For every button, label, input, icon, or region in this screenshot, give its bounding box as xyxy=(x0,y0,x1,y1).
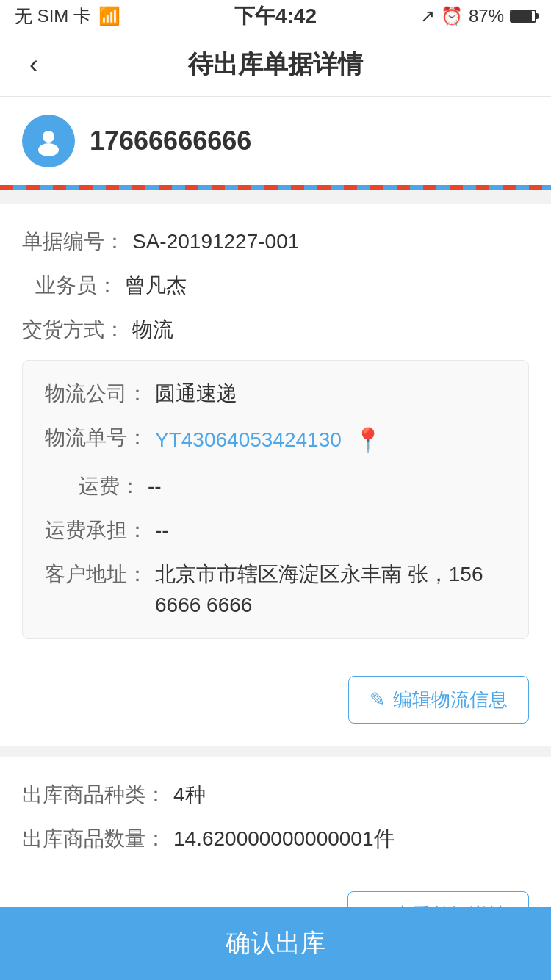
gray-separator-1 xyxy=(0,746,551,757)
avatar-person-icon xyxy=(34,126,63,156)
quantity-label: 出库商品数量： xyxy=(22,824,173,854)
status-bar-left: 无 SIM 卡 📶 xyxy=(15,4,120,28)
edit-logistics-button[interactable]: ✎ 编辑物流信息 xyxy=(348,676,529,724)
alarm-icon: ⏰ xyxy=(441,6,463,26)
address-label: 客户地址： xyxy=(45,559,155,590)
status-bar: 无 SIM 卡 📶 下午4:42 ↗ ⏰ 87% xyxy=(0,0,551,32)
tracking-location-icon[interactable]: 📍 xyxy=(353,422,383,458)
address-row: 客户地址： 北京市市辖区海淀区永丰南 张，156 6666 6666 xyxy=(45,559,506,621)
tracking-number-value: YT43064053424130 📍 xyxy=(155,422,506,458)
order-number-label: 单据编号： xyxy=(22,226,132,257)
freight-bearer-label: 运费承担： xyxy=(45,515,155,546)
delivery-value: 物流 xyxy=(132,314,529,345)
customer-phone: 17666666666 xyxy=(90,126,251,156)
logistics-company-label: 物流公司： xyxy=(45,378,155,409)
page-title: 待出库单据详情 xyxy=(188,48,363,82)
status-bar-right: ↗ ⏰ 87% xyxy=(420,6,536,26)
category-value: 4种 xyxy=(173,779,529,810)
back-button[interactable]: ‹ xyxy=(22,42,46,87)
location-status-icon: ↗ xyxy=(420,6,435,26)
confirm-outbound-button[interactable]: 确认出库 xyxy=(226,926,325,960)
address-value: 北京市市辖区海淀区永丰南 张，156 6666 6666 xyxy=(155,559,506,621)
svg-point-0 xyxy=(43,131,54,143)
freight-label: 运费： xyxy=(45,471,148,502)
logistics-company-row: 物流公司： 圆通速递 xyxy=(45,378,506,409)
status-bar-time: 下午4:42 xyxy=(234,2,317,30)
freight-row: 运费： -- xyxy=(45,471,506,502)
outbound-info-section: 出库商品种类： 4种 出库商品数量： 14.620000000000001件 xyxy=(0,757,551,876)
svg-point-1 xyxy=(38,143,59,156)
battery-percent: 87% xyxy=(469,6,504,26)
delivery-label: 交货方式： xyxy=(22,314,132,345)
salesman-value: 曾凡杰 xyxy=(125,270,529,301)
delivery-row: 交货方式： 物流 xyxy=(22,314,529,345)
wifi-icon: 📶 xyxy=(98,6,120,26)
salesman-label: 业务员： xyxy=(22,270,125,301)
order-number-value: SA-20191227-001 xyxy=(132,226,529,257)
category-row: 出库商品种类： 4种 xyxy=(22,779,529,810)
freight-bearer-value: -- xyxy=(155,515,506,546)
freight-value: -- xyxy=(148,471,506,502)
freight-bearer-row: 运费承担： -- xyxy=(45,515,506,546)
battery-icon xyxy=(510,10,536,23)
nav-bar: ‹ 待出库单据详情 xyxy=(0,32,551,97)
logistics-company-value: 圆通速递 xyxy=(155,378,506,409)
tracking-number-row: 物流单号： YT43064053424130 📍 xyxy=(45,422,506,458)
order-number-row: 单据编号： SA-20191227-001 xyxy=(22,226,529,257)
edit-logistics-area: ✎ 编辑物流信息 xyxy=(0,661,551,746)
confirm-outbound-area[interactable]: 确认出库 xyxy=(0,907,551,980)
avatar xyxy=(22,115,75,167)
quantity-value: 14.620000000000001件 xyxy=(173,824,529,854)
customer-header: 17666666666 xyxy=(0,97,551,185)
edit-logistics-label: 编辑物流信息 xyxy=(393,687,508,713)
salesman-row: 业务员： 曾凡杰 xyxy=(22,270,529,301)
tracking-number-label: 物流单号： xyxy=(45,422,155,453)
order-info-section: 单据编号： SA-20191227-001 业务员： 曾凡杰 交货方式： 物流 … xyxy=(0,204,551,661)
logistics-card: 物流公司： 圆通速递 物流单号： YT43064053424130 📍 运费： … xyxy=(22,360,529,639)
carrier-text: 无 SIM 卡 xyxy=(15,4,91,28)
gap-section-1 xyxy=(0,190,551,204)
quantity-row: 出库商品数量： 14.620000000000001件 xyxy=(22,824,529,854)
category-label: 出库商品种类： xyxy=(22,779,173,810)
edit-icon: ✎ xyxy=(370,688,386,711)
